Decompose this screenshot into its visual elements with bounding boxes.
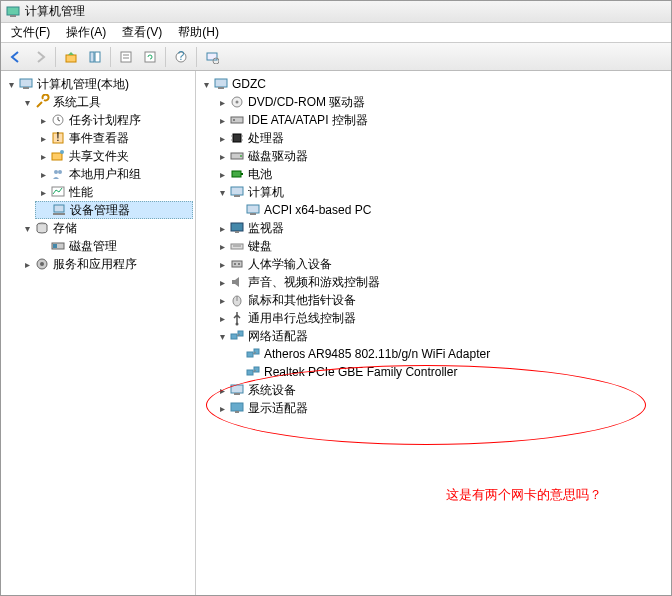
node-local-users[interactable]: ▸本地用户和组 [35, 165, 193, 183]
collapse-icon[interactable]: ▾ [216, 186, 228, 198]
node-label: 电池 [248, 166, 272, 183]
expand-icon[interactable]: ▸ [216, 222, 228, 234]
ide-icon [229, 112, 245, 128]
device-tree: ▾ GDZC ▸DVD/CD-ROM 驱动器 ▸IDE ATA/ATAPI 控制… [198, 75, 669, 417]
expand-icon[interactable]: ▸ [21, 258, 33, 270]
svg-point-33 [236, 101, 239, 104]
node-battery[interactable]: ▸电池 [214, 165, 669, 183]
svg-rect-18 [52, 153, 62, 160]
node-device-manager[interactable]: 设备管理器 [35, 201, 193, 219]
collapse-icon[interactable]: ▾ [21, 96, 33, 108]
node-services[interactable]: ▸服务和应用程序 [19, 255, 193, 273]
node-root[interactable]: ▾ 计算机管理(本地) [3, 75, 193, 93]
titlebar: 计算机管理 [1, 1, 671, 23]
node-label: 任务计划程序 [69, 112, 141, 129]
scan-button[interactable] [201, 46, 223, 68]
expand-icon[interactable]: ▸ [37, 150, 49, 162]
collapse-icon[interactable]: ▾ [21, 222, 33, 234]
menu-view[interactable]: 查看(V) [116, 22, 168, 43]
node-label: Realtek PCIe GBE Family Controller [264, 365, 457, 379]
expand-icon[interactable]: ▸ [37, 132, 49, 144]
node-task-scheduler[interactable]: ▸任务计划程序 [35, 111, 193, 129]
svg-rect-45 [231, 187, 243, 195]
svg-rect-70 [231, 403, 243, 411]
monitor-icon [229, 220, 245, 236]
node-acpi[interactable]: ACPI x64-based PC [230, 201, 669, 219]
node-netadapter[interactable]: ▾网络适配器 [214, 327, 669, 345]
node-sysdev[interactable]: ▸系统设备 [214, 381, 669, 399]
svg-rect-34 [231, 117, 243, 123]
show-hide-button[interactable] [84, 46, 106, 68]
blank-icon [37, 240, 49, 252]
node-shared-folders[interactable]: ▸共享文件夹 [35, 147, 193, 165]
node-computer-root[interactable]: ▾ GDZC [198, 75, 669, 93]
svg-rect-27 [53, 244, 57, 248]
node-display[interactable]: ▸显示适配器 [214, 399, 669, 417]
expand-icon[interactable]: ▸ [37, 186, 49, 198]
expand-icon[interactable]: ▸ [216, 258, 228, 270]
svg-rect-24 [53, 213, 65, 215]
up-button[interactable] [60, 46, 82, 68]
expand-icon[interactable]: ▸ [216, 384, 228, 396]
menubar: 文件(F) 操作(A) 查看(V) 帮助(H) [1, 23, 671, 43]
node-usb[interactable]: ▸通用串行总线控制器 [214, 309, 669, 327]
node-system-tools[interactable]: ▾ 系统工具 [19, 93, 193, 111]
node-hid[interactable]: ▸人体学输入设备 [214, 255, 669, 273]
expand-icon[interactable]: ▸ [37, 114, 49, 126]
collapse-icon[interactable]: ▾ [5, 78, 17, 90]
svg-rect-43 [232, 171, 241, 177]
node-event-viewer[interactable]: ▸!事件查看器 [35, 129, 193, 147]
node-performance[interactable]: ▸性能 [35, 183, 193, 201]
node-keyboard[interactable]: ▸键盘 [214, 237, 669, 255]
expand-icon[interactable]: ▸ [216, 276, 228, 288]
node-cpu[interactable]: ▸处理器 [214, 129, 669, 147]
properties-button[interactable] [115, 46, 137, 68]
display-icon [229, 400, 245, 416]
expand-icon[interactable]: ▸ [216, 402, 228, 414]
node-storage[interactable]: ▾ 存储 [19, 219, 193, 237]
node-ide[interactable]: ▸IDE ATA/ATAPI 控制器 [214, 111, 669, 129]
node-label: 系统工具 [53, 94, 101, 111]
node-label: 共享文件夹 [69, 148, 129, 165]
node-monitor[interactable]: ▸监视器 [214, 219, 669, 237]
expand-icon[interactable]: ▸ [37, 168, 49, 180]
node-label: 鼠标和其他指针设备 [248, 292, 356, 309]
node-label: GDZC [232, 77, 266, 91]
refresh-button[interactable] [139, 46, 161, 68]
expand-icon[interactable]: ▸ [216, 312, 228, 324]
svg-rect-62 [247, 352, 253, 357]
expand-icon[interactable]: ▸ [216, 168, 228, 180]
back-button[interactable] [5, 46, 27, 68]
toolbar: ? [1, 43, 671, 71]
svg-rect-14 [23, 87, 29, 89]
svg-text:?: ? [178, 50, 185, 63]
menu-help[interactable]: 帮助(H) [172, 22, 225, 43]
node-mouse[interactable]: ▸鼠标和其他指针设备 [214, 291, 669, 309]
node-computer-cat[interactable]: ▾计算机 [214, 183, 669, 201]
svg-point-54 [234, 263, 236, 265]
collapse-icon[interactable]: ▾ [216, 330, 228, 342]
expand-icon[interactable]: ▸ [216, 294, 228, 306]
expand-icon[interactable]: ▸ [216, 240, 228, 252]
help-button[interactable]: ? [170, 46, 192, 68]
node-wifi-adapter[interactable]: Atheros AR9485 802.11b/g/n WiFi Adapter [230, 345, 669, 363]
node-disk-mgmt[interactable]: 磁盘管理 [35, 237, 193, 255]
node-label: 网络适配器 [248, 328, 308, 345]
expand-icon[interactable]: ▸ [216, 150, 228, 162]
expand-icon[interactable]: ▸ [216, 114, 228, 126]
node-disk-drives[interactable]: ▸磁盘驱动器 [214, 147, 669, 165]
menu-action[interactable]: 操作(A) [60, 22, 112, 43]
svg-rect-59 [231, 334, 237, 339]
computer-icon [213, 76, 229, 92]
expand-icon[interactable]: ▸ [216, 132, 228, 144]
node-dvd[interactable]: ▸DVD/CD-ROM 驱动器 [214, 93, 669, 111]
expand-icon[interactable]: ▸ [216, 96, 228, 108]
blank-icon [232, 348, 244, 360]
svg-rect-11 [207, 53, 217, 60]
forward-button[interactable] [29, 46, 51, 68]
node-sound[interactable]: ▸声音、视频和游戏控制器 [214, 273, 669, 291]
node-ethernet-adapter[interactable]: Realtek PCIe GBE Family Controller [230, 363, 669, 381]
menu-file[interactable]: 文件(F) [5, 22, 56, 43]
collapse-icon[interactable]: ▾ [200, 78, 212, 90]
node-label: 通用串行总线控制器 [248, 310, 356, 327]
